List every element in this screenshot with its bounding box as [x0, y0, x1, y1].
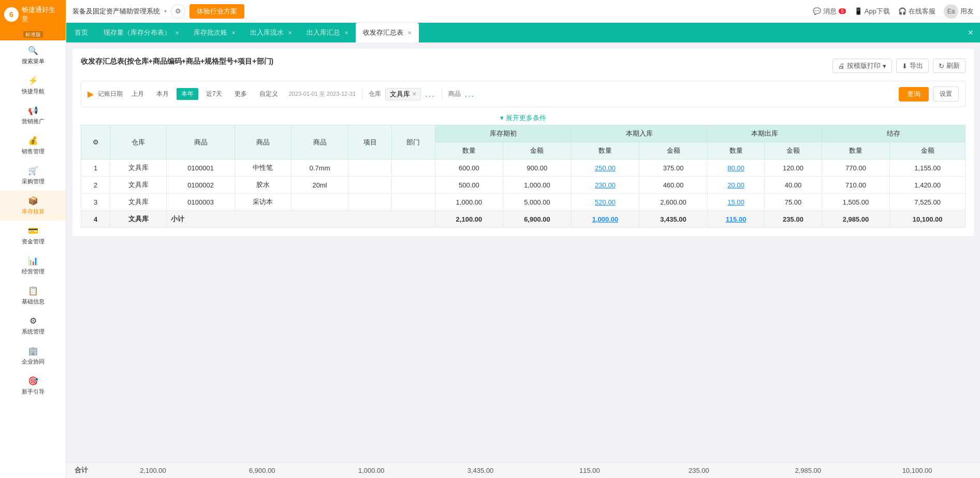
- row-goods-code: 0100002: [167, 177, 235, 194]
- sidebar-tag: 标准版: [0, 29, 66, 40]
- tab-label-home: 首页: [75, 28, 88, 37]
- row-bal-amt: 1,420.00: [890, 177, 966, 194]
- tab-close-inventory-dist[interactable]: ✕: [175, 30, 179, 36]
- footer-values: 2,100.00 6,900.00 1,000.00 3,435.00 115.…: [98, 467, 972, 474]
- subtotal-in-qty[interactable]: 1,000.00: [571, 211, 639, 228]
- row-no: 1: [81, 160, 110, 177]
- open-amt-header: 金额: [503, 142, 572, 160]
- subtotal-out-amt: 235.00: [765, 211, 822, 228]
- purchase-icon: 🛒: [28, 166, 38, 176]
- system-icon: ⚙: [30, 316, 37, 326]
- row-in-amt: 460.00: [639, 177, 708, 194]
- tab-in-out-summary[interactable]: 出入库汇总✕: [299, 23, 356, 42]
- row-in-amt: 375.00: [639, 160, 708, 177]
- row-project: [348, 194, 392, 211]
- filter-divider2: [442, 89, 442, 99]
- sidebar-item-search[interactable]: 🔍 搜索菜单: [0, 40, 66, 70]
- row-goods-code: 0100001: [167, 160, 235, 177]
- row-open-amt: 1,000.00: [503, 177, 572, 194]
- sidebar-item-purchase[interactable]: 🛒 采购管理: [0, 161, 66, 191]
- tab-recv-send-summary[interactable]: 收发存汇总表✕: [356, 23, 419, 42]
- sidebar-item-operations[interactable]: 📊 经营管理: [0, 251, 66, 281]
- row-warehouse: 文具库: [110, 194, 167, 211]
- tab-label-inventory-dist: 现存量（库存分布表）: [104, 28, 171, 37]
- group-out-header: 本期出库: [707, 125, 822, 142]
- tab-close-in-out-summary[interactable]: ✕: [344, 30, 348, 36]
- sales-icon: 💰: [28, 136, 38, 146]
- print-icon: 🖨: [838, 62, 845, 70]
- online-service-button[interactable]: 🎧 在线客服: [898, 7, 935, 16]
- row-in-qty[interactable]: 230.00: [571, 177, 639, 194]
- topbar: 装备及固定资产辅助管理系统 ▾ ⚙ 体验行业方案 💬 消息 6 📱 App下载 …: [66, 0, 980, 23]
- topbar-settings-button[interactable]: ⚙: [171, 4, 185, 19]
- sys-title-dropdown-icon[interactable]: ▾: [164, 8, 167, 14]
- warehouse-more-button[interactable]: ...: [425, 90, 435, 99]
- row-out-qty[interactable]: 20.00: [707, 177, 764, 194]
- sidebar-item-quick-nav[interactable]: ⚡ 快捷导航: [0, 70, 66, 100]
- user-button[interactable]: Ea 用友: [944, 4, 974, 19]
- sidebar-items: 🔍 搜索菜单⚡ 快捷导航📢 营销推广💰 销售管理🛒 采购管理📦 库存核算💳 资金…: [0, 40, 66, 401]
- table-row: 1 文具库 0100001 中性笔 0.7mm 600.00 900.00 25…: [81, 160, 966, 177]
- tab-batch-ledger[interactable]: 库存批次账✕: [186, 23, 243, 42]
- sidebar-item-enterprise[interactable]: 🏢 企业协同: [0, 341, 66, 371]
- message-button[interactable]: 💬 消息 6: [813, 7, 846, 16]
- sidebar-item-marketing[interactable]: 📢 营销推广: [0, 100, 66, 131]
- finance-icon: 💳: [28, 226, 38, 236]
- sidebar-item-sales[interactable]: 💰 销售管理: [0, 131, 66, 161]
- basic-info-icon: 📋: [28, 286, 38, 296]
- tab-close-batch-ledger[interactable]: ✕: [231, 30, 236, 36]
- warehouse-remove-button[interactable]: ✕: [412, 91, 416, 97]
- tab-home[interactable]: 首页: [66, 23, 96, 42]
- date-more-btn[interactable]: 更多: [230, 88, 252, 100]
- subtotal-warehouse: 文具库: [110, 211, 167, 228]
- sidebar-item-basic-info[interactable]: 📋 基础信息: [0, 281, 66, 311]
- warehouse-value: 文具库: [390, 90, 410, 99]
- sidebar-item-label-purchase: 采购管理: [22, 178, 45, 185]
- quick-nav-icon: ⚡: [28, 76, 38, 85]
- refresh-button[interactable]: ↻ 刷新: [933, 59, 966, 73]
- row-goods-code: 0100003: [167, 194, 235, 211]
- subtotal-row: 4 文具库 小计 2,100.00 6,900.00 1,000.00 3,43…: [81, 211, 966, 228]
- tab-in-out-flow[interactable]: 出入库流水✕: [243, 23, 299, 42]
- tab-close-in-out-flow[interactable]: ✕: [288, 30, 292, 36]
- query-button[interactable]: 查询: [899, 87, 929, 102]
- date-cur-month-btn[interactable]: 本月: [152, 88, 173, 100]
- date-7days-btn[interactable]: 近7天: [201, 88, 227, 100]
- tab-close-recv-send-summary[interactable]: ✕: [407, 30, 412, 36]
- subtotal-no: 4: [81, 211, 110, 228]
- col-settings[interactable]: ⚙: [81, 125, 110, 160]
- date-prev-month-btn[interactable]: 上月: [127, 88, 149, 100]
- close-all-tabs-button[interactable]: ✕: [961, 28, 980, 37]
- sidebar-item-inventory[interactable]: 📦 库存核算: [0, 191, 66, 221]
- print-button[interactable]: 🖨 按模版打印 ▾: [832, 59, 892, 73]
- page-title: 收发存汇总表(按仓库+商品编码+商品+规格型号+项目+部门): [81, 57, 273, 66]
- subtotal-bal-amt: 10,100.00: [890, 211, 966, 228]
- tab-inventory-dist[interactable]: 现存量（库存分布表）✕: [96, 23, 186, 42]
- settings-button[interactable]: 设置: [933, 86, 959, 102]
- row-bal-amt: 1,155.00: [890, 160, 966, 177]
- in-amt-header: 金额: [639, 142, 708, 160]
- filter-collapse-button[interactable]: ▶: [87, 89, 94, 99]
- goods-more-button[interactable]: ...: [465, 90, 475, 99]
- subtotal-out-qty[interactable]: 115.00: [707, 211, 764, 228]
- row-goods-spec: 20ml: [291, 177, 348, 194]
- row-in-qty[interactable]: 250.00: [571, 160, 639, 177]
- sidebar-item-label-inventory: 库存核算: [22, 208, 45, 215]
- app-download-button[interactable]: 📱 App下载: [854, 7, 890, 16]
- trial-button[interactable]: 体验行业方案: [189, 4, 244, 19]
- sidebar-item-system[interactable]: ⚙ 系统管理: [0, 311, 66, 341]
- date-custom-btn[interactable]: 自定义: [255, 88, 283, 100]
- logo-icon: 6: [4, 7, 19, 22]
- sidebar-item-finance[interactable]: 💳 资金管理: [0, 221, 66, 251]
- sidebar-item-guide[interactable]: 🎯 新手引导: [0, 371, 66, 401]
- row-in-qty[interactable]: 520.00: [571, 194, 639, 211]
- footer-open-amt: 6,900.00: [208, 467, 317, 474]
- print-dropdown-icon: ▾: [883, 62, 886, 70]
- footer-out-qty: 115.00: [535, 467, 645, 474]
- row-out-qty[interactable]: 15.00: [707, 194, 764, 211]
- row-out-qty[interactable]: 80.00: [707, 160, 764, 177]
- date-cur-year-btn[interactable]: 本年: [177, 88, 198, 100]
- expand-more-bar[interactable]: ▾ 展开更多条件: [81, 111, 966, 125]
- message-icon: 💬: [813, 7, 821, 15]
- export-button[interactable]: ⬇ 导出: [896, 59, 929, 73]
